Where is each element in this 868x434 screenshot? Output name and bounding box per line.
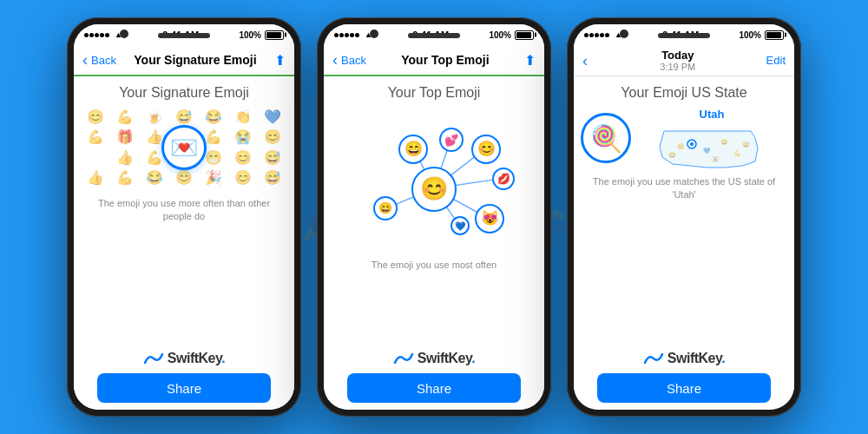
dot3: [345, 33, 349, 37]
back-button-1[interactable]: ‹ Back: [82, 52, 116, 68]
grid-emoji: 😂: [200, 108, 228, 127]
us-map-container-3: Utah 😊 💙 😄 💪 😂 🎉: [636, 108, 787, 168]
svg-point-8: [690, 142, 694, 146]
dot4: [100, 33, 104, 37]
grid-emoji: 😊: [81, 108, 109, 127]
nav-bar-3: ‹ Today 3:19 PM Edit: [574, 45, 794, 76]
phone-1: ▲ 9:41 AM 100% ‹ Back Your Signature Emo…: [67, 17, 301, 417]
dot3: [95, 33, 99, 37]
grid-emoji: 😂: [140, 168, 168, 187]
screen-content-1: Your Signature Emoji 😊 💪 🍺 😅 😂 👏 💙 💪 🎁 👍…: [74, 76, 294, 410]
status-left-3: ▲: [584, 30, 622, 39]
edit-button-3[interactable]: Edit: [766, 54, 786, 67]
screen-title-3: Your Emoji US State: [621, 85, 746, 101]
share-icon-2[interactable]: ⬆: [524, 52, 536, 69]
emoji-node-center: 😊: [411, 167, 457, 212]
emoji-network-2: 😊 😄 💕 😊 💋 😻 💙 😄: [347, 108, 521, 255]
phone-2-screen: ▲ 9:41 AM 100% ‹ Back Your Top Emoji ⬆ Y…: [324, 24, 544, 410]
emoji-node-5: 😻: [475, 204, 504, 233]
grid-emoji: 😊: [259, 128, 287, 147]
back-arrow-3: ‹: [582, 53, 588, 69]
dot4: [600, 33, 604, 37]
screen-title-1: Your Signature Emoji: [119, 85, 249, 101]
grid-emoji: 😊: [229, 168, 258, 187]
battery-fill-3: [766, 32, 781, 38]
swiftkey-logo-1: SwiftKey.: [143, 351, 225, 366]
status-time-1: 9:41 AM: [162, 30, 199, 40]
swiftkey-brand-icon-1: [143, 351, 164, 366]
phone-3-screen: ▲ 9:41 AM 100% ‹ Today 3:19 PM Edit Your…: [574, 24, 794, 410]
battery-percent-2: 100%: [489, 30, 511, 40]
grid-emoji: 😅: [259, 168, 287, 187]
svg-text:😄: 😄: [720, 138, 728, 146]
grid-emoji: 💪: [81, 128, 109, 147]
nav-date-block-3: Today 3:19 PM: [660, 49, 695, 72]
wifi-icon-1: ▲: [115, 30, 122, 39]
svg-text:🎉: 🎉: [712, 155, 720, 163]
dot1: [334, 33, 339, 37]
signal-dots-2: [334, 33, 359, 37]
swiftkey-dot-3: .: [721, 351, 725, 365]
status-left-1: ▲: [84, 30, 122, 39]
dot3: [595, 33, 599, 37]
grid-emoji: 💪: [110, 168, 139, 187]
screen-desc-1: The emoji you use more often than other …: [81, 197, 287, 224]
grid-emoji: 😅: [259, 148, 287, 168]
status-right-2: 100%: [489, 30, 534, 40]
svg-text:😊: 😊: [677, 142, 685, 150]
back-button-3[interactable]: ‹: [582, 53, 589, 69]
dot2: [589, 33, 594, 37]
state-featured-emoji-3: 🍭: [590, 123, 622, 154]
swiftkey-text-3: SwiftKey.: [667, 351, 725, 366]
featured-emoji-circle-1: 💌: [161, 125, 207, 170]
nav-date-time-3: 3:19 PM: [660, 62, 695, 72]
screen-title-2: Your Top Emoji: [388, 85, 481, 101]
share-button-2[interactable]: Share: [347, 373, 521, 403]
battery-icon-2: [515, 30, 534, 40]
dot5: [355, 33, 359, 37]
state-container-3: 🍭 Utah 😊 💙 😄 💪: [581, 108, 787, 168]
share-button-3[interactable]: Share: [597, 373, 771, 403]
dot2: [89, 33, 94, 37]
back-button-2[interactable]: ‹ Back: [332, 52, 366, 68]
status-bar-1: ▲ 9:41 AM 100%: [74, 24, 294, 45]
swiftkey-dot-1: .: [221, 351, 225, 365]
emoji-grid-container-1: 😊 💪 🍺 😅 😂 👏 💙 💪 🎁 👍 😄 💪 😭 😊 X 👍: [81, 108, 287, 188]
nav-date-today-3: Today: [661, 49, 694, 62]
battery-icon-3: [765, 30, 784, 40]
status-time-3: 9:41 AM: [662, 30, 699, 40]
share-button-1[interactable]: Share: [97, 373, 271, 403]
back-label-2: Back: [341, 54, 366, 67]
grid-emoji: 👍: [81, 168, 109, 187]
dot5: [605, 33, 609, 37]
back-label-1: Back: [91, 54, 116, 67]
grid-emoji: 💙: [259, 108, 287, 127]
emoji-node-1: 😄: [398, 135, 428, 164]
svg-text:💙: 💙: [703, 147, 711, 155]
share-icon-1[interactable]: ⬆: [274, 52, 286, 69]
grid-emoji: 😊: [169, 168, 198, 187]
battery-percent-3: 100%: [739, 30, 761, 40]
emoji-node-2: 💕: [439, 128, 464, 152]
status-right-1: 100%: [239, 30, 284, 40]
grid-emoji: 👏: [229, 108, 258, 127]
dot4: [350, 33, 354, 37]
emoji-node-7: 😄: [373, 196, 398, 220]
grid-emoji: 😊: [229, 148, 258, 168]
back-arrow-1: ‹: [82, 52, 88, 68]
swiftkey-logo-3: SwiftKey.: [643, 351, 725, 366]
screen-desc-3: The emoji you use matches the US state o…: [581, 175, 787, 202]
nav-bar-2: ‹ Back Your Top Emoji ⬆: [324, 45, 544, 76]
battery-percent-1: 100%: [239, 30, 261, 40]
back-arrow-2: ‹: [332, 52, 338, 68]
status-left-2: ▲: [334, 30, 372, 39]
status-bar-3: ▲ 9:41 AM 100%: [574, 24, 794, 45]
grid-emoji: 🍺: [140, 108, 168, 127]
grid-emoji: 👍: [110, 148, 139, 168]
screen-content-3: Your Emoji US State 🍭 Utah: [574, 76, 794, 410]
signal-dots-3: [584, 33, 609, 37]
battery-icon-1: [265, 30, 284, 40]
dot5: [105, 33, 109, 37]
status-bar-2: ▲ 9:41 AM 100%: [324, 24, 544, 45]
svg-text:😂: 😂: [668, 151, 676, 159]
